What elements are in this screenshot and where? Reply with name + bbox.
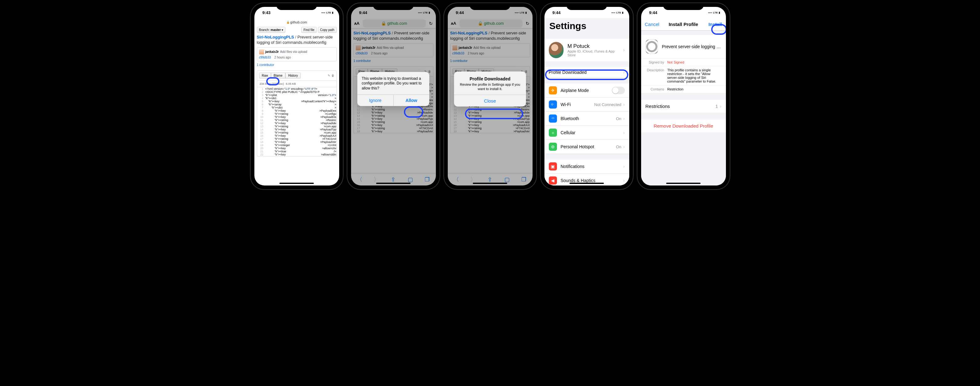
phone-5: 9:44▪▪▪▪ LTE ▮ Cancel Install Profile In… [637,3,730,189]
breadcrumb[interactable]: Siri-NoLoggingPLS / Prevent server-side … [257,35,337,45]
settings-row[interactable]: ⊚Personal HotspotOn› [544,140,629,154]
raw-button[interactable]: Raw [259,73,271,78]
row-icon: ✈ [549,86,557,94]
nav-title: Install Profile [669,22,698,27]
install-button[interactable]: Install [708,22,722,27]
phone-1: 9:43 ▪▪▪▪ LTE ▮ 🔒github.com Branch: mast… [251,3,343,189]
blame-button[interactable]: Blame [271,73,285,78]
settings-row[interactable]: ✈Airplane Mode [544,84,629,98]
contributors-link[interactable]: 1 contributor [257,61,337,68]
restrictions-row[interactable]: Restrictions 1 › [641,100,726,113]
url-bar[interactable]: 🔒github.com [255,18,339,26]
close-button[interactable]: Close [454,95,526,106]
find-file-button[interactable]: Find file [301,27,317,33]
phone-2: 9:44▪▪▪▪ LTE ▮ ᴀA 🔒github.com ↻ Siri-NoL… [347,3,440,189]
settings-row[interactable]: ⌔BluetoothOn› [544,112,629,126]
branch-selector[interactable]: Branch: master ▾ [257,27,286,33]
downloaded-alert: Profile Downloaded Review the profile in… [454,71,526,106]
remove-profile-button[interactable]: Remove Downloaded Profile [641,119,726,132]
clock: 9:43 [262,10,270,15]
history-button[interactable]: History [285,73,301,78]
pencil-icon[interactable]: ✎ [328,74,330,77]
toggle[interactable] [612,87,625,94]
file-toolbar: Raw Blame History ✎ 🗑 [257,70,337,81]
settings-row[interactable]: ⟐Cellular› [544,126,629,140]
ignore-button[interactable]: Ignore [357,95,393,106]
avatar [259,49,264,54]
cancel-button[interactable]: Cancel [645,22,660,27]
row-icon: ⌔ [549,114,557,122]
nav-bar: Cancel Install Profile Install [641,18,726,31]
download-alert: This website is trying to download a con… [357,72,429,106]
avatar [549,42,564,58]
commit-box: jankais3r Add files via upload c99db33 2… [257,47,337,61]
code-view[interactable]: 1<?xml version="1.0" encoding="UTF-8"?>2… [257,87,337,156]
settings-title: Settings [544,18,629,34]
row-icon: ▣ [549,162,557,170]
settings-row[interactable]: ᯤWi-FiNot Connected› [544,98,629,112]
row-icon: ⟐ [549,129,557,137]
row-icon: ◀ [549,176,557,184]
settings-row[interactable]: ▣Notifications› [544,159,629,174]
copy-path-button[interactable]: Copy path [318,27,337,33]
apple-id-cell[interactable]: M PotuckApple ID, iCloud, iTunes & App S… [544,39,629,61]
profile-name: Prevent server-side logging of Si… [662,44,721,49]
allow-button[interactable]: Allow [393,95,430,106]
lock-icon: 🔒 [286,21,290,24]
trash-icon[interactable]: 🗑 [331,74,334,77]
profile-icon [646,40,658,54]
profile-downloaded-row[interactable]: Profile Downloaded› [544,67,629,78]
phone-4: 9:44▪▪▪▪ LTE ▮ Settings M PotuckApple ID… [541,3,633,189]
phone-3: 9:44▪▪▪▪ LTE ▮ ᴀA🔒github.com↻ Siri-NoLog… [444,3,536,189]
row-icon: ⊚ [549,143,557,151]
row-icon: ᯤ [549,100,557,108]
